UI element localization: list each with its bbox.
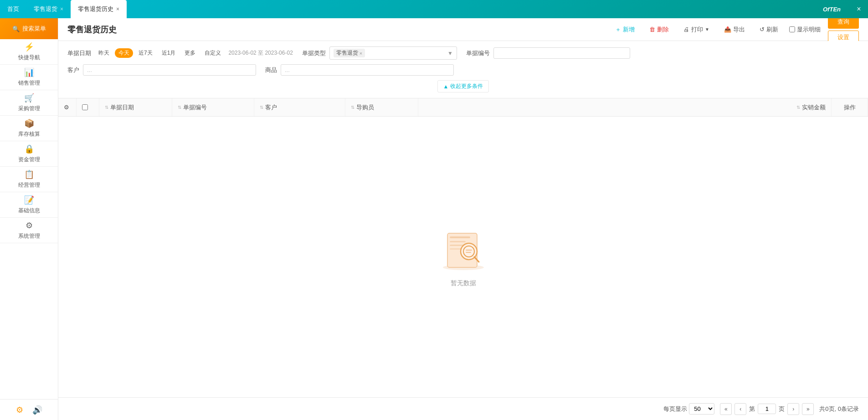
customer-placeholder: ...	[87, 67, 92, 73]
order-no-label: 单据编号	[466, 49, 490, 57]
close-tab-retail-return-icon[interactable]: ×	[60, 6, 63, 12]
tab-retail-return[interactable]: 零售退货 ×	[26, 0, 71, 18]
filter-row-1: 单据日期 昨天 今天 近7天 近1月 更多 自定义 2023-06-02 至 2…	[67, 46, 859, 60]
show-detail-checkbox[interactable]	[789, 26, 795, 32]
delete-icon: 🗑	[649, 26, 655, 33]
th-guide: ⇅ 导购员	[345, 98, 418, 116]
date-btn-1month[interactable]: 近1月	[158, 48, 180, 58]
operation-icon: 📋	[24, 169, 34, 179]
date-btn-today[interactable]: 今天	[115, 48, 133, 58]
goods-input-wrap: ...	[281, 64, 454, 76]
sidebar-bottom: ⚙ 🔊	[0, 399, 58, 420]
sort-amount-icon[interactable]: ⇅	[796, 105, 800, 110]
date-btn-7days[interactable]: 近7天	[135, 48, 156, 58]
search-menu-label: 搜索菜单	[22, 25, 46, 33]
refresh-icon: ↺	[760, 26, 765, 33]
sidebar-item-system-mgmt[interactable]: ⚙ 系统管理	[0, 218, 58, 243]
sidebar-item-purchase-mgmt[interactable]: 🛒 采购管理	[0, 90, 58, 116]
print-icon: 🖨	[683, 26, 689, 33]
delete-button[interactable]: 🗑 删除	[646, 24, 673, 36]
type-select-chevron-icon: ▼	[447, 50, 453, 56]
refresh-button[interactable]: ↺ 刷新	[756, 24, 782, 36]
sidebar-item-quick-nav-label: 快捷导航	[18, 54, 40, 61]
delete-label: 删除	[657, 26, 669, 34]
sidebar-item-purchase-mgmt-label: 采购管理	[18, 105, 40, 113]
sidebar-item-quick-nav[interactable]: ⚡ 快捷导航	[0, 39, 58, 65]
search-menu-button[interactable]: 🔍 搜索菜单	[0, 18, 58, 39]
sidebar-item-operation-mgmt-label: 经营管理	[18, 181, 40, 189]
th-action: 操作	[832, 98, 868, 116]
date-btn-custom[interactable]: 自定义	[201, 48, 225, 58]
filter-row-2: 客户 ... 商品 ...	[67, 64, 859, 76]
table-settings-icon[interactable]: ⚙	[64, 104, 69, 111]
quick-nav-icon: ⚡	[24, 42, 34, 52]
sort-customer-icon[interactable]: ⇅	[260, 105, 263, 110]
top-bar: 首页 零售退货 × 零售退货历史 × OfTEn ×	[0, 0, 868, 18]
header-actions: ＋ 新增 🗑 删除 🖨 打印 ▼ 📤 导出 ↺ 刷	[611, 24, 821, 36]
customer-filter-group: 客户 ...	[67, 64, 256, 76]
date-btn-more[interactable]: 更多	[181, 48, 199, 58]
page-next-button[interactable]: ›	[787, 403, 799, 415]
print-button[interactable]: 🖨 打印 ▼	[680, 24, 713, 36]
main-layout: 🔍 搜索菜单 ⚡ 快捷导航 📊 销售管理 🛒 采购管理 📦 库存核算 🔒	[0, 18, 868, 420]
page-last-button[interactable]: »	[802, 403, 814, 415]
sort-guide-icon[interactable]: ⇅	[351, 105, 354, 110]
page-summary: 共0页, 0条记录	[819, 405, 859, 413]
collapse-button[interactable]: ▲ 收起更多条件	[437, 80, 489, 92]
per-page-select[interactable]: 50 100 200	[689, 403, 714, 415]
tab-home[interactable]: 首页	[0, 0, 26, 18]
sidebar-item-operation-mgmt[interactable]: 📋 经营管理	[0, 167, 58, 192]
sort-order-no-icon[interactable]: ⇅	[178, 105, 181, 110]
date-range-text: 2023-06-02 至 2023-06-02	[228, 49, 293, 57]
th-order-no-label: 单据编号	[183, 103, 207, 112]
sidebar-item-inventory[interactable]: 📦 库存核算	[0, 116, 58, 141]
page-input[interactable]	[758, 404, 776, 414]
close-tab-retail-return-history-icon[interactable]: ×	[116, 6, 119, 12]
type-tag-remove-icon[interactable]: ×	[360, 51, 362, 56]
export-button[interactable]: 📤 导出	[720, 24, 749, 36]
order-no-input[interactable]	[498, 50, 625, 56]
settings-icon[interactable]: ⚙	[16, 405, 23, 415]
sidebar-item-basic-info[interactable]: 📝 基础信息	[0, 192, 58, 218]
window-close-button[interactable]: ×	[850, 0, 868, 18]
goods-filter-group: 商品 ...	[265, 64, 454, 76]
new-label: 新增	[623, 26, 635, 34]
sales-icon: 📊	[24, 67, 34, 77]
goods-placeholder: ...	[285, 67, 290, 73]
empty-illustration	[436, 226, 491, 272]
type-filter-label: 单据类型	[302, 49, 326, 57]
svg-rect-2	[450, 236, 470, 238]
page-label: 第	[749, 405, 755, 413]
page-size-select: 每页显示 50 100 200	[663, 403, 714, 415]
th-customer-label: 客户	[265, 103, 277, 112]
th-check	[77, 98, 99, 116]
export-label: 导出	[733, 26, 745, 34]
search-icon: 🔍	[12, 26, 20, 32]
th-amount: ⇅ 实销金额	[418, 98, 832, 116]
date-btn-yesterday[interactable]: 昨天	[95, 48, 113, 58]
type-filter-group: 单据类型 零售退货 × ▼	[302, 46, 457, 60]
page-prev-button[interactable]: ‹	[734, 403, 746, 415]
sidebar-item-finance-mgmt[interactable]: 🔒 资金管理	[0, 141, 58, 167]
sidebar-item-sales-mgmt[interactable]: 📊 销售管理	[0, 65, 58, 90]
sort-date-icon[interactable]: ⇅	[105, 105, 108, 110]
print-dropdown-icon: ▼	[705, 27, 709, 32]
refresh-label: 刷新	[766, 26, 778, 34]
content-area: 零售退货历史 ＋ 新增 🗑 删除 🖨 打印 ▼ 📤 导出	[58, 18, 868, 420]
type-select[interactable]: 零售退货 × ▼	[329, 46, 457, 60]
th-order-no: ⇅ 单据编号	[172, 98, 254, 116]
page-header: 零售退货历史 ＋ 新增 🗑 删除 🖨 打印 ▼ 📤 导出	[58, 18, 868, 41]
page-first-button[interactable]: «	[720, 403, 732, 415]
select-all-checkbox[interactable]	[82, 104, 88, 110]
sidebar-nav: ⚡ 快捷导航 📊 销售管理 🛒 采购管理 📦 库存核算 🔒 资金管理 📋	[0, 39, 58, 399]
page-unit: 页	[779, 405, 785, 413]
query-button[interactable]: 查询	[828, 18, 859, 29]
per-page-label: 每页显示	[663, 405, 687, 413]
tab-retail-return-history[interactable]: 零售退货历史 ×	[71, 0, 127, 18]
th-amount-label: 实销金额	[802, 103, 826, 112]
inventory-icon: 📦	[24, 118, 34, 128]
volume-icon[interactable]: 🔊	[32, 405, 42, 415]
order-no-input-wrap	[493, 47, 630, 59]
new-button[interactable]: ＋ 新增	[611, 24, 638, 36]
show-detail-wrap: 显示明细	[789, 26, 821, 34]
